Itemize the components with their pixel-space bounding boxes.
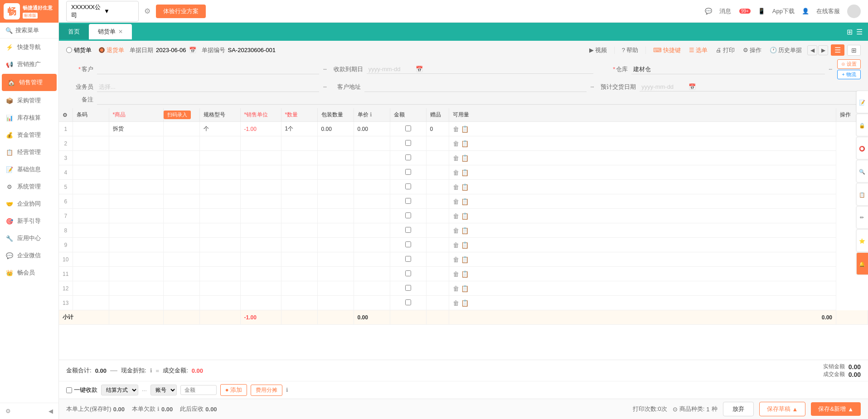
select-btn[interactable]: ☰ 选单 xyxy=(686,45,710,55)
expense-info-icon[interactable]: ℹ xyxy=(286,387,288,393)
row-gift[interactable] xyxy=(390,122,426,136)
delete-icon[interactable]: 🗑 xyxy=(453,299,459,307)
right-btn-1[interactable]: 📝 xyxy=(856,91,868,113)
copy-icon[interactable]: 📋 xyxy=(461,212,469,220)
delete-icon[interactable]: 🗑 xyxy=(453,285,459,292)
ops-btn[interactable]: ⚙ 操作 xyxy=(740,45,764,55)
info-icon2[interactable]: ℹ xyxy=(157,406,160,412)
payment-method-select[interactable]: 结算方式 xyxy=(101,385,138,395)
sidebar-item-ops-mgmt[interactable]: 📋 经营管理 xyxy=(0,144,58,161)
row-qty[interactable]: -1.00 xyxy=(240,122,281,136)
sidebar-item-basic-info[interactable]: 📝 基础信息 xyxy=(0,161,58,178)
row-amount[interactable]: 0.00 xyxy=(354,122,390,136)
delete-icon[interactable]: 🗑 xyxy=(453,256,459,263)
account-select[interactable]: 账号 xyxy=(150,385,177,395)
right-btn-6[interactable]: ✏ xyxy=(856,206,868,229)
customer-addr-input[interactable] xyxy=(364,82,587,92)
due-date-calendar-icon[interactable]: 📅 xyxy=(416,66,423,72)
delete-icon[interactable]: 🗑 xyxy=(453,198,459,205)
grid-view-btn[interactable]: ⊞ xyxy=(847,45,861,56)
warehouse-more-icon[interactable]: ··· xyxy=(829,65,832,73)
sidebar-item-inventory[interactable]: 📊 库存核算 xyxy=(0,109,58,126)
delete-icon[interactable]: 🗑 xyxy=(453,140,459,147)
copy-icon[interactable]: 📋 xyxy=(461,125,469,133)
delete-icon[interactable]: 🗑 xyxy=(453,183,459,191)
sidebar-item-member[interactable]: 👑 畅会员 xyxy=(0,264,58,281)
right-btn-2[interactable]: 🔒 xyxy=(856,114,868,136)
save-draft-btn[interactable]: 保存草稿 ▲ xyxy=(759,402,806,416)
expected-date-input[interactable] xyxy=(641,83,687,90)
list-view-btn[interactable]: ☰ xyxy=(831,44,844,56)
sidebar-item-finance[interactable]: 💰 资金管理 xyxy=(0,126,58,144)
row-barcode[interactable] xyxy=(73,122,109,136)
copy-icon[interactable]: 📋 xyxy=(461,169,469,176)
tab-expand-icon[interactable]: ⊞ xyxy=(847,28,853,36)
sidebar-item-sales-mgmt[interactable]: 🏠 销售管理 xyxy=(2,74,57,91)
col-settings[interactable]: ⚙ xyxy=(59,108,73,122)
delete-icon[interactable]: 🗑 xyxy=(453,227,459,234)
due-date-input[interactable] xyxy=(369,66,414,72)
customer-addr-more-icon[interactable]: ··· xyxy=(590,83,593,91)
right-btn-7[interactable]: ⭐ xyxy=(856,229,868,252)
add-payment-btn[interactable]: ● 添加 xyxy=(220,384,247,396)
expense-btn[interactable]: 费用分摊 xyxy=(251,385,282,396)
delete-icon[interactable]: 🗑 xyxy=(453,241,459,249)
row-unit-price[interactable]: 0.00 xyxy=(317,122,354,136)
delete-icon[interactable]: 🗑 xyxy=(453,270,459,278)
video-btn[interactable]: ▶ 视频 xyxy=(587,45,610,55)
delete-icon[interactable]: 🗑 xyxy=(453,125,459,133)
warehouse-input[interactable] xyxy=(631,64,824,74)
warehouse-input-wrap[interactable] xyxy=(631,64,824,74)
notes-input[interactable] xyxy=(97,95,861,104)
row-product[interactable]: 拆货 xyxy=(109,122,163,136)
company-select[interactable]: XXXXXX公司 ▼ xyxy=(66,1,139,22)
trial-btn[interactable]: 体验行业方案 xyxy=(156,5,206,18)
print-btn[interactable]: 🖨 打印 xyxy=(713,45,737,55)
online-service-btn[interactable]: 👤 在线客服 xyxy=(802,7,840,15)
chevron-up-icon2[interactable]: ▲ xyxy=(848,406,853,413)
right-btn-3[interactable]: ⭕ xyxy=(856,137,868,159)
copy-icon[interactable]: 📋 xyxy=(461,241,469,249)
tab-list-icon[interactable]: ☰ xyxy=(856,28,863,36)
sidebar-item-enterprise[interactable]: 🤝 企业协同 xyxy=(0,195,58,212)
info-icon[interactable]: ℹ xyxy=(150,367,152,374)
customer-addr-input-wrap[interactable] xyxy=(364,82,587,92)
sidebar-item-purchase-mgmt[interactable]: 📦 采购管理 xyxy=(0,92,58,109)
history-btn[interactable]: 🕐 历史单据 xyxy=(767,45,805,55)
sidebar-item-marketing[interactable]: 📢 营销推广 xyxy=(0,56,58,73)
settings-icon[interactable]: ⚙ xyxy=(5,408,11,414)
one-click-pay-checkbox[interactable]: 一键收款 xyxy=(66,386,97,394)
right-btn-8[interactable]: 🔔 xyxy=(856,252,868,275)
due-date-input-wrap[interactable]: 📅 xyxy=(367,65,594,74)
copy-icon[interactable]: 📋 xyxy=(461,299,469,307)
right-btn-5[interactable]: 📋 xyxy=(856,183,868,206)
page-next-btn[interactable]: ▶ xyxy=(818,45,828,55)
copy-icon[interactable]: 📋 xyxy=(461,154,469,162)
avatar[interactable] xyxy=(847,5,861,18)
copy-icon[interactable]: 📋 xyxy=(461,285,469,292)
abandon-btn[interactable]: 放弃 xyxy=(723,402,754,416)
notes-input-wrap[interactable] xyxy=(97,95,861,105)
row-spec[interactable] xyxy=(163,122,199,136)
settings-btn[interactable]: ⊙ 设置 xyxy=(837,59,861,69)
sidebar-item-sys-mgmt[interactable]: ⚙ 系统管理 xyxy=(0,178,58,195)
radio-sale[interactable]: 销货单 xyxy=(66,46,92,54)
help-btn[interactable]: ? 帮助 xyxy=(619,45,641,55)
scan-btn[interactable]: 扫码录入 xyxy=(164,111,191,119)
tab-home[interactable]: 首页 xyxy=(59,24,89,39)
chevron-up-icon[interactable]: ▲ xyxy=(792,406,798,413)
messages-btn[interactable]: 💬 消息 99+ xyxy=(705,7,751,15)
salesperson-more-icon[interactable]: ··· xyxy=(323,83,326,91)
tab-close-icon[interactable]: ✕ xyxy=(118,29,123,35)
calendar-icon[interactable]: 📅 xyxy=(189,47,196,53)
row-unit[interactable]: 个 xyxy=(199,122,240,136)
copy-icon[interactable]: 📋 xyxy=(461,183,469,191)
delete-icon[interactable]: 🗑 xyxy=(453,169,459,176)
expected-date-calendar-icon[interactable]: 📅 xyxy=(689,83,696,90)
row-pkg-qty[interactable]: 1个 xyxy=(281,122,317,136)
customer-input[interactable] xyxy=(97,64,319,74)
right-btn-4[interactable]: 🔍 xyxy=(856,160,868,183)
radio-return[interactable]: 退货单 xyxy=(99,46,124,54)
copy-icon[interactable]: 📋 xyxy=(461,198,469,205)
logistics-btn[interactable]: + 物流 xyxy=(837,70,861,79)
